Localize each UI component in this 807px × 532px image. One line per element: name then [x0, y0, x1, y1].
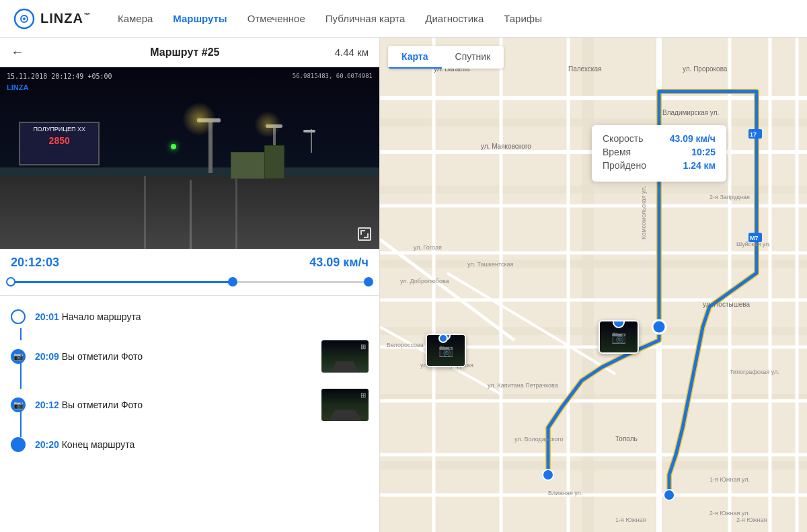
map-svg: ул. Багаева Палехская ул. Пророкова Влад…	[380, 38, 807, 532]
svg-text:ул. Пророкова: ул. Пророкова	[683, 65, 728, 73]
header: LINZA™ Камера Маршруты Отмеченное Публич…	[0, 0, 807, 38]
scrubber-end-dot	[364, 277, 373, 287]
event-label-photo-1: 20:09 Вы отметили Фото	[35, 351, 316, 362]
event-label-end: 20:20 Конец маршрута	[35, 439, 369, 450]
svg-text:Белороссова: Белороссова	[387, 342, 424, 348]
popup-speed-value: 43.09 км/ч	[670, 133, 716, 144]
popup-time-row: Время 10:25	[603, 147, 716, 157]
main-nav: Камера Маршруты Отмеченное Публичная кар…	[118, 13, 794, 24]
event-thumbnail-1[interactable]: ⊞	[321, 340, 369, 373]
event-dot-start	[11, 309, 26, 324]
svg-text:2-я Запрудная: 2-я Запрудная	[709, 194, 750, 200]
route-distance: 4.44 км	[335, 46, 369, 58]
popup-distance-row: Пройдено 1.24 км	[603, 160, 716, 171]
billboard-price: 2850	[20, 135, 98, 146]
nav-tariffs[interactable]: Тарифы	[504, 13, 542, 24]
svg-text:Типографская ул.: Типографская ул.	[730, 369, 779, 375]
map-photo-inner-2: 📷	[600, 321, 638, 352]
svg-text:ул. Капитана Петрачкова: ул. Капитана Петрачкова	[488, 382, 558, 389]
tab-satellite[interactable]: Спутник	[442, 46, 504, 69]
video-logo-overlay: LINZA	[7, 83, 28, 91]
nav-routes[interactable]: Маршруты	[173, 13, 227, 24]
popup-distance-label: Пройдено	[603, 160, 646, 171]
playback-controls: 20:12:03 43.09 км/ч	[0, 249, 379, 296]
svg-text:1-я Южная: 1-я Южная	[615, 517, 646, 523]
map-photo-inner-1: 📷	[427, 335, 465, 366]
scrubber[interactable]	[11, 275, 369, 289]
svg-text:17: 17	[750, 131, 757, 138]
nav-marked[interactable]: Отмеченное	[247, 13, 305, 24]
svg-text:ул. Ташкентская: ул. Ташкентская	[467, 261, 514, 268]
svg-rect-10	[380, 461, 807, 469]
video-timestamp: 15.11.2018 20:12:49 +05:00	[7, 73, 112, 80]
svg-text:1-я Южная ул.: 1-я Южная ул.	[709, 476, 750, 483]
event-photo-2: 📷 20:12 Вы отметили Фото ⊞	[0, 381, 379, 429]
svg-text:M7: M7	[750, 235, 759, 241]
nav-diagnostics[interactable]: Диагностика	[425, 13, 484, 24]
event-dot-photo-2: 📷	[11, 397, 26, 412]
svg-point-2	[23, 17, 26, 20]
svg-text:Палехская: Палехская	[568, 65, 601, 73]
svg-point-34	[652, 320, 666, 334]
map-photo-marker-2[interactable]: 📷	[599, 320, 639, 354]
truck-cab	[264, 145, 284, 179]
main-content: ← Маршрут #25 4.44 км ПОЛУПРИЦЕП ХХ 2850	[0, 38, 807, 532]
fullscreen-button[interactable]	[358, 227, 371, 241]
streetlight-glow-1	[182, 102, 216, 136]
event-end: 20:20 Конец маршрута	[0, 429, 379, 460]
event-photo-1: 📷 20:09 Вы отметили Фото ⊞	[0, 332, 379, 381]
current-time: 20:12:03	[11, 256, 59, 270]
route-title: Маршрут #25	[35, 46, 335, 59]
nav-public-map[interactable]: Публичная карта	[325, 13, 406, 24]
tab-map[interactable]: Карта	[388, 46, 442, 69]
svg-text:Ближняя ул.: Ближняя ул.	[548, 490, 582, 496]
event-start: 20:01 Начало маршрута	[0, 301, 379, 332]
svg-text:Комсомольская ул.: Комсомольская ул.	[640, 186, 647, 239]
svg-text:ул. Гоголя: ул. Гоголя	[414, 244, 442, 251]
svg-text:ул. Маяковского: ул. Маяковского	[481, 143, 531, 150]
video-container: ПОЛУПРИЦЕП ХХ 2850	[0, 67, 379, 249]
billboard-text: ПОЛУПРИЦЕП ХХ	[20, 123, 98, 135]
svg-point-32	[543, 469, 553, 480]
photo-marker-dot-2	[438, 334, 448, 343]
svg-text:2-я Южная: 2-я Южная	[736, 517, 767, 523]
popup-speed-label: Скорость	[603, 133, 643, 144]
logo-icon	[13, 8, 35, 30]
streetlight-head-3	[303, 130, 315, 132]
streetlight-pole-3	[311, 129, 312, 153]
scrubber-thumb[interactable]	[228, 277, 237, 287]
svg-text:Тополь: Тополь	[615, 435, 638, 443]
video-frame: ПОЛУПРИЦЕП ХХ 2850	[0, 67, 379, 249]
svg-point-33	[664, 490, 675, 500]
popup-time-value: 10:25	[691, 147, 716, 157]
traffic-light	[171, 144, 176, 149]
svg-rect-6	[380, 186, 807, 194]
map-panel: ул. Багаева Палехская ул. Пророкова Влад…	[380, 38, 807, 532]
map-tabs: Карта Спутник	[388, 46, 504, 69]
scrubber-track[interactable]	[11, 281, 369, 283]
map-photo-marker-1[interactable]: 📷	[426, 334, 466, 367]
road-surface	[0, 176, 379, 249]
event-label-start: 20:01 Начало маршрута	[35, 311, 369, 322]
truck	[231, 149, 284, 186]
thumbnail-camera-icon-1: ⊞	[360, 343, 366, 350]
current-speed: 43.09 км/ч	[309, 256, 369, 270]
logo[interactable]: LINZA™	[13, 8, 91, 30]
event-label-photo-2: 20:12 Вы отметили Фото	[35, 400, 316, 410]
svg-text:Владимирская ул.: Владимирская ул.	[662, 109, 719, 116]
event-dot-photo-1: 📷	[11, 349, 26, 364]
popup-distance-value: 1.24 км	[683, 160, 716, 171]
svg-rect-4	[582, 38, 594, 532]
event-thumbnail-2[interactable]: ⊞	[321, 389, 369, 421]
svg-text:2-я Южная ул.: 2-я Южная ул.	[709, 510, 750, 517]
scrubber-fill	[11, 281, 233, 283]
nav-camera[interactable]: Камера	[118, 13, 153, 24]
video-coords: 56.9815483, 60.6074981	[293, 73, 373, 79]
svg-rect-7	[380, 260, 807, 268]
left-panel: ← Маршрут #25 4.44 км ПОЛУПРИЦЕП ХХ 2850	[0, 38, 380, 532]
popup-time-label: Время	[603, 147, 631, 157]
back-button[interactable]: ←	[11, 44, 24, 60]
scrubber-start-dot	[6, 277, 15, 287]
road-line-right	[235, 176, 237, 249]
event-dot-end	[11, 437, 26, 452]
